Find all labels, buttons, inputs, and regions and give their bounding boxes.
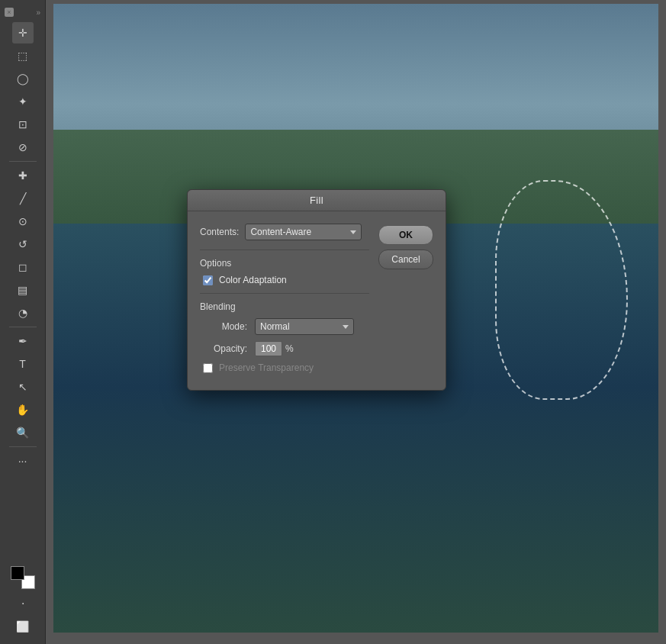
color-adaptation-row: Color Adaptation [203, 275, 369, 285]
blending-label: Blending [200, 301, 369, 312]
options-section: Options Color Adaptation [200, 250, 369, 285]
toolbar-close-button[interactable]: × [5, 8, 14, 17]
move-tool[interactable]: ✛ [12, 22, 34, 43]
screen-mode-button[interactable]: ⬜ [12, 616, 34, 637]
color-adaptation-label: Color Adaptation [219, 275, 287, 285]
opacity-row: Opacity: % [203, 341, 369, 356]
dodge-tool[interactable]: ◔ [12, 302, 34, 324]
mode-label: Mode: [203, 321, 247, 332]
dialog-title: Fill [188, 190, 446, 211]
preserve-transparency-row: Preserve Transparency [203, 362, 369, 373]
dialog-right-column: OK Cancel [378, 224, 433, 269]
opacity-percent: % [285, 343, 294, 354]
opacity-input[interactable] [255, 341, 282, 356]
preserve-transparency-label: Preserve Transparency [219, 362, 314, 373]
contents-select[interactable]: Content-Aware Foreground Color Backgroun… [245, 224, 362, 240]
color-adaptation-checkbox[interactable] [203, 275, 213, 285]
dialog-left-column: Contents: Content-Aware Foreground Color… [200, 224, 369, 376]
toolbar-expand-button[interactable]: » [36, 8, 40, 17]
separator-3 [9, 446, 37, 447]
separator-1 [9, 161, 37, 162]
ok-button[interactable]: OK [378, 225, 433, 245]
zoom-tool[interactable]: 🔍 [12, 422, 34, 443]
dialog-top-section: Contents: Content-Aware Foreground Color… [200, 224, 433, 376]
healing-tool[interactable]: ✚ [12, 165, 34, 186]
blending-section: Blending Mode: Normal Dissolve Darken Mu… [200, 293, 369, 373]
lasso-tool[interactable]: ◯ [12, 68, 34, 89]
tools-bottom: ⬝ ⬜ [0, 563, 45, 644]
mode-row: Mode: Normal Dissolve Darken Multiply Co… [203, 318, 369, 335]
crop-tool[interactable]: ⊡ [12, 114, 34, 135]
preserve-transparency-checkbox[interactable] [203, 363, 213, 373]
more-tools-button[interactable]: ··· [12, 450, 34, 472]
dialog-body: Contents: Content-Aware Foreground Color… [188, 211, 446, 390]
toolbar-header: × » [0, 6, 45, 21]
eraser-tool[interactable]: ◻ [12, 256, 34, 278]
brush-tool[interactable]: ╱ [12, 188, 34, 209]
cancel-button[interactable]: Cancel [378, 250, 433, 269]
separator-2 [9, 327, 37, 327]
eyedropper-tool[interactable]: ⊘ [12, 137, 34, 158]
clone-stamp-tool[interactable]: ⊙ [12, 211, 34, 232]
mode-select[interactable]: Normal Dissolve Darken Multiply Color Bu… [255, 318, 354, 335]
marquee-tool[interactable]: ⬚ [12, 45, 34, 66]
fill-dialog: Fill Contents: Content-Aware Foreground … [187, 189, 446, 391]
history-brush-tool[interactable]: ↺ [12, 233, 34, 255]
text-tool[interactable]: T [12, 353, 34, 375]
foreground-color-swatch[interactable] [11, 566, 24, 580]
opacity-label: Opacity: [203, 343, 247, 354]
contents-label: Contents: [200, 227, 239, 237]
contents-select-wrapper: Content-Aware Foreground Color Backgroun… [245, 224, 362, 240]
quick-mask-button[interactable]: ⬝ [12, 593, 34, 614]
options-label: Options [200, 258, 369, 269]
contents-row: Contents: Content-Aware Foreground Color… [200, 224, 369, 240]
gradient-tool[interactable]: ▤ [12, 279, 34, 301]
magic-wand-tool[interactable]: ✦ [12, 91, 34, 112]
hand-tool[interactable]: ✋ [12, 399, 34, 420]
color-swatches[interactable] [11, 566, 35, 589]
toolbar: × » ✛ ⬚ ◯ ✦ ⊡ ⊘ ✚ ╱ ⊙ ↺ ◻ ▤ ◔ ✒ T ↖ ✋ 🔍 … [0, 0, 46, 644]
path-select-tool[interactable]: ↖ [12, 376, 34, 398]
pen-tool[interactable]: ✒ [12, 330, 34, 352]
